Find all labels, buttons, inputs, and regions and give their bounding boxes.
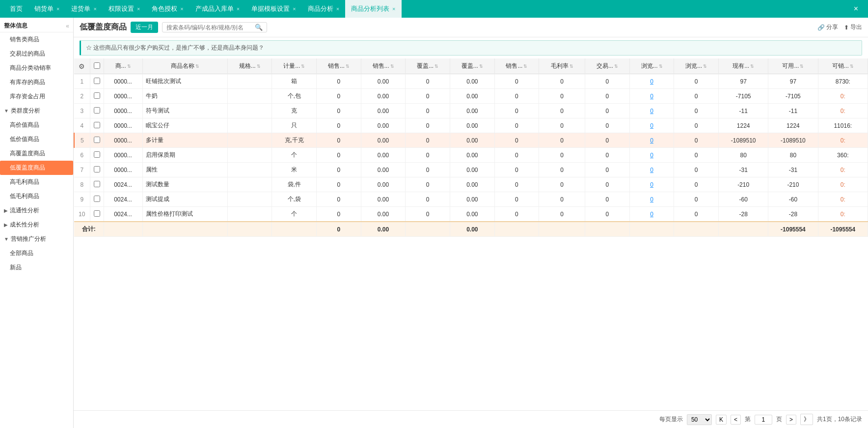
sidebar-collapse-btn[interactable]: « bbox=[66, 23, 69, 29]
sidebar-item-traded-goods[interactable]: 交易过的商品 bbox=[0, 47, 73, 61]
row-browse1[interactable]: 0 bbox=[629, 74, 674, 89]
per-page-select[interactable]: 50 100 200 bbox=[687, 414, 712, 425]
row-checkbox[interactable] bbox=[94, 92, 100, 99]
row-checkbox-cell[interactable] bbox=[90, 148, 104, 163]
search-input[interactable] bbox=[166, 24, 255, 31]
row-checkbox-cell[interactable] bbox=[90, 89, 104, 104]
sidebar-item-stocked-goods[interactable]: 有库存的商品 bbox=[0, 75, 73, 89]
row-name[interactable]: 属性价格打印测试 bbox=[142, 207, 227, 222]
row-browse1[interactable]: 0 bbox=[629, 104, 674, 118]
sidebar-item-low-margin[interactable]: 低毛利商品 bbox=[0, 189, 73, 203]
row-browse1[interactable]: 0 bbox=[629, 148, 674, 163]
col-sale2[interactable]: 销售...⇅ bbox=[494, 58, 539, 74]
row-browse1[interactable]: 0 bbox=[629, 192, 674, 207]
row-name[interactable]: 符号测试 bbox=[142, 104, 227, 118]
nav-sales-close[interactable]: × bbox=[56, 6, 59, 12]
col-gear[interactable]: ⚙ bbox=[74, 58, 90, 74]
row-checkbox[interactable] bbox=[94, 210, 100, 217]
row-browse1[interactable]: 0 bbox=[629, 133, 674, 148]
row-checkbox-cell[interactable] bbox=[90, 207, 104, 222]
row-name[interactable]: 启用保质期 bbox=[142, 148, 227, 163]
row-name[interactable]: 眠宝公仔 bbox=[142, 118, 227, 133]
col-browse2[interactable]: 浏览...⇅ bbox=[674, 58, 719, 74]
sidebar-item-sales-goods[interactable]: 销售类商品 bbox=[0, 32, 73, 47]
row-checkbox-cell[interactable] bbox=[90, 104, 104, 118]
sidebar-item-all-goods[interactable]: 全部商品 bbox=[0, 246, 73, 260]
row-checkbox[interactable] bbox=[94, 151, 100, 158]
nav-template-close[interactable]: × bbox=[293, 6, 296, 12]
col-spec[interactable]: 规格...⇅ bbox=[227, 58, 272, 74]
row-checkbox[interactable] bbox=[94, 166, 100, 172]
nav-product-analysis-list[interactable]: 商品分析列表 × bbox=[345, 0, 401, 18]
nav-purchase[interactable]: 进货单 × bbox=[65, 0, 102, 18]
row-name[interactable]: 多计量 bbox=[142, 133, 227, 148]
nav-home[interactable]: 首页 bbox=[4, 0, 28, 18]
search-icon[interactable]: 🔍 bbox=[255, 24, 263, 31]
col-name[interactable]: 商品名称⇅ bbox=[142, 58, 227, 74]
col-code[interactable]: 商...⇅ bbox=[104, 58, 142, 74]
row-name[interactable]: 旺铺批次测试 bbox=[142, 74, 227, 89]
nav-product-analysis-close[interactable]: × bbox=[336, 6, 339, 12]
col-unit[interactable]: 计量...⇅ bbox=[272, 58, 317, 74]
window-close-button[interactable]: × bbox=[848, 4, 864, 13]
nav-product-analysis[interactable]: 商品分析 × bbox=[302, 0, 345, 18]
row-checkbox[interactable] bbox=[94, 137, 100, 143]
col-browse1[interactable]: 浏览...⇅ bbox=[629, 58, 674, 74]
sidebar-section-cluster[interactable]: ▼ 类群度分析 bbox=[0, 104, 73, 118]
row-checkbox[interactable] bbox=[94, 78, 100, 84]
nav-permission-close[interactable]: × bbox=[137, 6, 140, 12]
col-cover2[interactable]: 覆盖...⇅ bbox=[450, 58, 495, 74]
page-number-input[interactable] bbox=[755, 415, 772, 425]
sidebar-section-growth[interactable]: ▶ 成长性分析 bbox=[0, 218, 73, 232]
col-stock3[interactable]: 可销...⇅ bbox=[818, 58, 868, 74]
nav-template[interactable]: 单据模板设置 × bbox=[245, 0, 301, 18]
col-stock1[interactable]: 现有...⇅ bbox=[719, 58, 768, 74]
col-margin[interactable]: 毛利率⇅ bbox=[539, 58, 585, 74]
row-checkbox[interactable] bbox=[94, 181, 100, 187]
sidebar-item-high-value[interactable]: 高价值商品 bbox=[0, 118, 73, 132]
row-browse1[interactable]: 0 bbox=[629, 177, 674, 192]
pagination-last-btn[interactable]: 》 bbox=[800, 414, 813, 425]
row-checkbox-cell[interactable] bbox=[90, 192, 104, 207]
nav-role[interactable]: 角色授权 × bbox=[146, 0, 189, 18]
row-browse1[interactable]: 0 bbox=[629, 163, 674, 177]
nav-permission[interactable]: 权限设置 × bbox=[103, 0, 146, 18]
sidebar-item-category-rate[interactable]: 商品分类动销率 bbox=[0, 61, 73, 75]
row-checkbox[interactable] bbox=[94, 196, 100, 202]
sidebar-item-low-value[interactable]: 低价值商品 bbox=[0, 132, 73, 146]
pagination-prev-btn[interactable]: < bbox=[731, 415, 741, 425]
row-name[interactable]: 测试提成 bbox=[142, 192, 227, 207]
col-sale-amt[interactable]: 销售...⇅ bbox=[361, 58, 406, 74]
row-checkbox[interactable] bbox=[94, 107, 100, 114]
nav-product-stock[interactable]: 产成品入库单 × bbox=[190, 0, 245, 18]
nav-sales[interactable]: 销货单 × bbox=[28, 0, 65, 18]
row-name[interactable]: 牛奶 bbox=[142, 89, 227, 104]
share-button[interactable]: 🔗 分享 bbox=[817, 23, 838, 31]
sidebar-item-low-coverage[interactable]: 低覆盖度商品 bbox=[0, 161, 73, 175]
row-name[interactable]: 属性 bbox=[142, 163, 227, 177]
row-browse1[interactable]: 0 bbox=[629, 207, 674, 222]
row-checkbox-cell[interactable] bbox=[90, 163, 104, 177]
col-stock2[interactable]: 可用...⇅ bbox=[768, 58, 818, 74]
row-browse1[interactable]: 0 bbox=[629, 89, 674, 104]
col-checkbox[interactable] bbox=[90, 58, 104, 74]
col-trade[interactable]: 交易...⇅ bbox=[585, 58, 630, 74]
col-cover1[interactable]: 覆盖...⇅ bbox=[406, 58, 450, 74]
nav-role-close[interactable]: × bbox=[180, 6, 183, 12]
sidebar-item-high-margin[interactable]: 高毛利商品 bbox=[0, 175, 73, 189]
sidebar-section-circulation[interactable]: ▶ 流通性分析 bbox=[0, 203, 73, 218]
col-sale-qty[interactable]: 销售...⇅ bbox=[317, 58, 361, 74]
sidebar-item-high-coverage[interactable]: 高覆盖度商品 bbox=[0, 146, 73, 161]
nav-product-analysis-list-close[interactable]: × bbox=[392, 6, 395, 12]
row-checkbox-cell[interactable] bbox=[90, 177, 104, 192]
sidebar-item-new-goods[interactable]: 新品 bbox=[0, 260, 73, 275]
nav-purchase-close[interactable]: × bbox=[93, 6, 96, 12]
row-checkbox-cell[interactable] bbox=[90, 118, 104, 133]
select-all-checkbox[interactable] bbox=[94, 62, 100, 69]
row-name[interactable]: 测试数量 bbox=[142, 177, 227, 192]
date-filter-button[interactable]: 近一月 bbox=[131, 22, 158, 33]
row-checkbox[interactable] bbox=[94, 122, 100, 128]
row-checkbox-cell[interactable] bbox=[90, 133, 104, 148]
sidebar-item-stock-funds[interactable]: 库存资金占用 bbox=[0, 89, 73, 104]
sidebar-section-marketing[interactable]: ▼ 营销推广分析 bbox=[0, 232, 73, 246]
